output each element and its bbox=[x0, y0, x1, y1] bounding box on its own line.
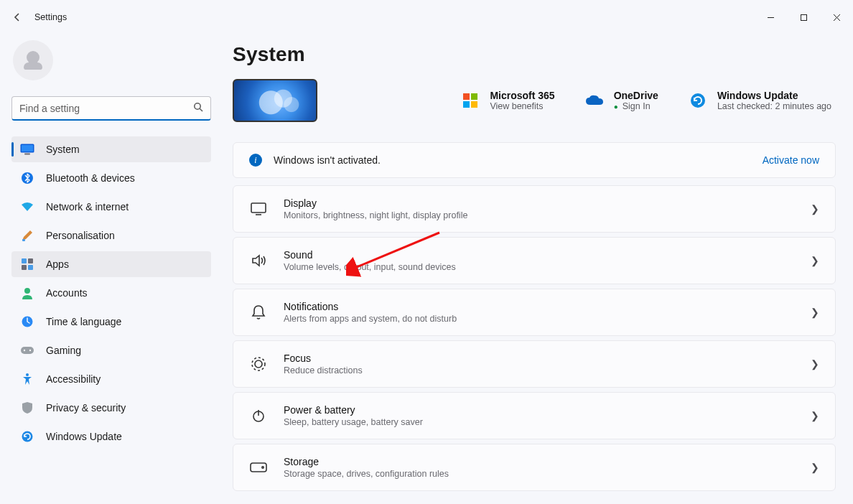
status-onedrive[interactable]: OneDrive ●Sign In bbox=[585, 90, 658, 111]
window-controls bbox=[754, 6, 853, 29]
desktop-preview[interactable] bbox=[233, 79, 317, 122]
svg-point-20 bbox=[26, 373, 29, 376]
close-button[interactable] bbox=[820, 6, 853, 29]
card-title: Power & battery bbox=[284, 404, 423, 416]
card-storage[interactable]: Storage Storage space, drives, configura… bbox=[233, 444, 836, 491]
sidebar-item-personalisation[interactable]: Personalisation bbox=[11, 223, 211, 248]
sidebar-item-label: Time & language bbox=[46, 316, 121, 327]
bluetooth-icon bbox=[20, 171, 34, 185]
onedrive-icon bbox=[585, 91, 604, 110]
sidebar-item-system[interactable]: System bbox=[11, 136, 211, 162]
sidebar-item-privacy[interactable]: Privacy & security bbox=[11, 395, 211, 421]
windows-update-icon bbox=[689, 91, 707, 110]
sidebar-item-label: Accessibility bbox=[46, 373, 101, 385]
svg-point-18 bbox=[24, 350, 25, 351]
svg-rect-25 bbox=[471, 101, 477, 108]
chevron-right-icon: ❯ bbox=[811, 410, 819, 421]
settings-cards: Display Monitors, brightness, night ligh… bbox=[233, 185, 836, 491]
gamepad-icon bbox=[20, 343, 34, 358]
status-title: OneDrive bbox=[614, 90, 658, 101]
monitor-icon bbox=[20, 142, 34, 157]
chevron-right-icon: ❯ bbox=[811, 462, 819, 473]
sidebar-nav: System Bluetooth & devices Network & int… bbox=[11, 136, 211, 449]
svg-rect-10 bbox=[22, 239, 25, 241]
maximize-button[interactable] bbox=[787, 6, 820, 29]
sidebar-item-label: Network & internet bbox=[46, 201, 129, 213]
svg-point-19 bbox=[29, 350, 31, 351]
bell-icon bbox=[249, 303, 268, 322]
card-sub: Reduce distractions bbox=[284, 365, 363, 375]
clock-globe-icon bbox=[20, 314, 34, 329]
sidebar-item-label: Bluetooth & devices bbox=[46, 172, 135, 184]
status-windows-update[interactable]: Windows Update Last checked: 2 minutes a… bbox=[689, 90, 831, 111]
minimize-button[interactable] bbox=[754, 6, 787, 29]
svg-point-34 bbox=[262, 467, 264, 468]
status-title: Windows Update bbox=[717, 90, 831, 101]
accessibility-icon bbox=[20, 372, 34, 386]
svg-point-15 bbox=[24, 288, 30, 294]
focus-icon bbox=[249, 355, 268, 373]
sidebar-item-label: System bbox=[46, 144, 80, 155]
hero-row: Microsoft 365 View benefits OneDrive ●Si… bbox=[233, 79, 836, 122]
status-sub: ●Sign In bbox=[614, 101, 658, 111]
card-power[interactable]: Power & battery Sleep, battery usage, ba… bbox=[233, 392, 836, 439]
svg-point-4 bbox=[195, 103, 200, 109]
svg-rect-24 bbox=[463, 101, 470, 108]
wifi-icon bbox=[20, 200, 34, 214]
sidebar-item-label: Privacy & security bbox=[46, 402, 126, 414]
apps-icon bbox=[20, 257, 34, 271]
paintbrush-icon bbox=[20, 228, 34, 243]
card-sub: Storage space, drives, configuration rul… bbox=[284, 469, 449, 479]
svg-line-5 bbox=[200, 108, 202, 111]
sidebar-item-label: Apps bbox=[46, 258, 69, 270]
user-avatar[interactable] bbox=[13, 40, 53, 80]
svg-rect-23 bbox=[471, 93, 477, 100]
status-m365[interactable]: Microsoft 365 View benefits bbox=[461, 90, 554, 111]
status-sub: Last checked: 2 minutes ago bbox=[717, 101, 831, 111]
card-display[interactable]: Display Monitors, brightness, night ligh… bbox=[233, 185, 836, 233]
sidebar-item-windows-update[interactable]: Windows Update bbox=[11, 424, 211, 449]
chevron-right-icon: ❯ bbox=[811, 203, 819, 215]
status-sub: View benefits bbox=[490, 101, 554, 111]
power-icon bbox=[249, 406, 268, 425]
sidebar-item-network[interactable]: Network & internet bbox=[11, 194, 211, 220]
card-title: Storage bbox=[284, 456, 449, 467]
search-input[interactable] bbox=[19, 103, 186, 114]
chevron-right-icon: ❯ bbox=[811, 307, 819, 318]
sidebar-item-gaming[interactable]: Gaming bbox=[11, 337, 211, 363]
card-title: Focus bbox=[284, 353, 363, 364]
card-notifications[interactable]: Notifications Alerts from apps and syste… bbox=[233, 289, 836, 336]
page-title: System bbox=[233, 43, 836, 66]
search-icon bbox=[193, 102, 203, 114]
card-sound[interactable]: Sound Volume levels, output, input, soun… bbox=[233, 237, 836, 284]
chevron-right-icon: ❯ bbox=[811, 358, 819, 370]
card-focus[interactable]: Focus Reduce distractions ❯ bbox=[233, 340, 836, 388]
svg-point-29 bbox=[255, 360, 262, 368]
sidebar-item-bluetooth[interactable]: Bluetooth & devices bbox=[11, 165, 211, 191]
search-box[interactable] bbox=[11, 96, 211, 121]
activate-now-link[interactable]: Activate now bbox=[763, 154, 819, 166]
shield-icon bbox=[20, 401, 34, 415]
svg-rect-12 bbox=[28, 258, 33, 263]
banner-text: Windows isn't activated. bbox=[274, 154, 381, 166]
sidebar: System Bluetooth & devices Network & int… bbox=[0, 34, 223, 504]
sidebar-item-label: Gaming bbox=[46, 345, 81, 356]
svg-rect-13 bbox=[22, 265, 27, 270]
info-icon: i bbox=[249, 154, 262, 167]
main-content: System Microsoft 365 View benefits bbox=[223, 34, 853, 504]
svg-rect-17 bbox=[21, 347, 34, 354]
sidebar-item-time-language[interactable]: Time & language bbox=[11, 309, 211, 335]
svg-rect-11 bbox=[22, 258, 27, 263]
card-title: Sound bbox=[284, 249, 456, 261]
sidebar-item-apps[interactable]: Apps bbox=[11, 251, 211, 277]
sidebar-item-accounts[interactable]: Accounts bbox=[11, 280, 211, 306]
back-button[interactable] bbox=[9, 9, 26, 26]
person-icon bbox=[20, 286, 34, 300]
activation-banner: i Windows isn't activated. Activate now bbox=[233, 142, 836, 178]
svg-rect-14 bbox=[28, 265, 33, 270]
chevron-right-icon: ❯ bbox=[811, 255, 819, 266]
card-sub: Monitors, brightness, night light, displ… bbox=[284, 210, 467, 220]
svg-point-30 bbox=[252, 358, 265, 370]
sidebar-item-accessibility[interactable]: Accessibility bbox=[11, 366, 211, 392]
update-icon bbox=[20, 429, 34, 444]
